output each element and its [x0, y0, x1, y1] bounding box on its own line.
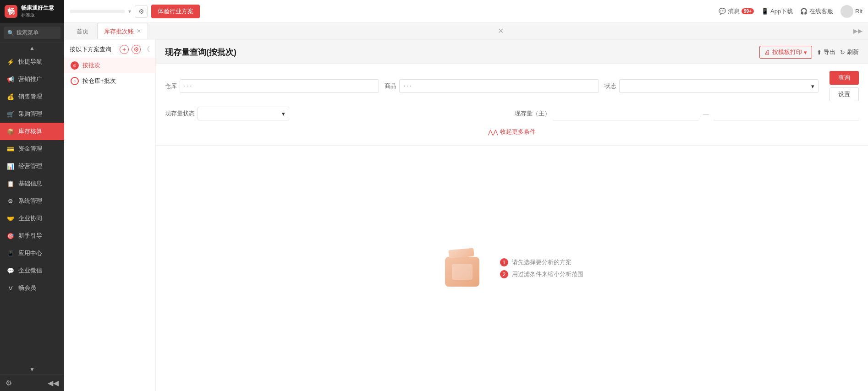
- left-panel-actions: + ⚙ 《: [120, 45, 150, 54]
- stock-status-select[interactable]: ▾: [198, 107, 289, 120]
- status-label: 状态: [604, 82, 616, 90]
- guide-icon: 🎯: [6, 232, 15, 240]
- collapse-up-icon: ⋀⋀: [488, 129, 498, 136]
- hint-text-1: 请先选择要分析的方案: [512, 258, 571, 266]
- sales-icon: 💰: [6, 92, 15, 101]
- trial-btn[interactable]: 体验行业方案: [151, 5, 200, 18]
- settings-button[interactable]: ⚙: [5, 379, 12, 387]
- sidebar: 畅 畅康通好生意 标准版 🔍 搜索菜单 ▲ ⚡ 快捷导航 📢 营销推广 💰 销售…: [0, 0, 64, 391]
- empty-hint-1: 1 请先选择要分析的方案: [500, 258, 583, 266]
- tab-inventory-batch[interactable]: 库存批次账 ✕: [97, 23, 148, 39]
- product-input[interactable]: ···: [399, 79, 599, 93]
- column-settings-button[interactable]: 设置: [830, 87, 859, 101]
- sidebar-item-inventory[interactable]: 📦 库存核算: [0, 123, 64, 140]
- scroll-down-button[interactable]: ▼: [0, 364, 64, 375]
- online-service-button[interactable]: 🎧 在线客服: [800, 7, 833, 16]
- sidebar-item-guide[interactable]: 🎯 新手引导: [0, 227, 64, 244]
- left-panel-header: 按以下方案查询 + ⚙ 《: [64, 45, 155, 58]
- print-button[interactable]: 🖨 按模板打印 ▾: [759, 46, 812, 59]
- stock-qty-separator: —: [701, 110, 711, 117]
- stock-status-dropdown-icon: ▾: [282, 110, 285, 117]
- sidebar-header: 畅 畅康通好生意 标准版: [0, 0, 64, 23]
- page-title: 现存量查询(按批次): [165, 47, 236, 58]
- content-area: 按以下方案查询 + ⚙ 《 ⊙ 按批次 ○ 按仓库+批次 现存量查询(按批次): [64, 39, 868, 391]
- wechat-icon: 💬: [6, 266, 15, 275]
- product-placeholder: ···: [403, 82, 412, 90]
- basic-icon: 📋: [6, 179, 15, 188]
- enterprise-icon: 🤝: [6, 214, 15, 223]
- tab-close-button[interactable]: ✕: [137, 28, 141, 34]
- add-scheme-button[interactable]: +: [120, 45, 129, 54]
- message-icon: 💬: [719, 8, 726, 15]
- export-icon: ⬆: [817, 49, 822, 56]
- tab-home[interactable]: 首页: [70, 23, 95, 39]
- left-panel: 按以下方案查询 + ⚙ 《 ⊙ 按批次 ○ 按仓库+批次: [64, 39, 156, 391]
- sidebar-nav: ⚡ 快捷导航 📢 营销推广 💰 销售管理 🛒 采购管理 📦 库存核算 💳 资金管…: [0, 53, 64, 364]
- sidebar-item-system[interactable]: ⚙ 系统管理: [0, 192, 64, 210]
- breadcrumb: [70, 10, 125, 13]
- app-center-icon: 📱: [6, 249, 15, 257]
- sidebar-item-wechat[interactable]: 💬 企业微信: [0, 262, 64, 279]
- warehouse-label: 仓库: [165, 82, 177, 90]
- warehouse-placeholder: ···: [184, 82, 192, 90]
- topbar: ▾ ⚙ 体验行业方案 💬 消息 99+ 📱 App下载 🎧 在线客服 Rit: [64, 0, 868, 23]
- export-button[interactable]: ⬆ 导出: [817, 48, 835, 56]
- scheme-settings-button[interactable]: ⚙: [132, 45, 141, 54]
- app-download-button[interactable]: 📱 App下载: [761, 7, 793, 16]
- collapse-more-button[interactable]: ⋀⋀ 收起更多条件: [165, 126, 859, 138]
- app-logo: 畅: [5, 5, 17, 18]
- stock-qty-min-input[interactable]: [553, 107, 698, 120]
- sidebar-item-app-center[interactable]: 📱 应用中心: [0, 244, 64, 262]
- sidebar-item-member[interactable]: V 畅会员: [0, 279, 64, 297]
- inventory-icon: 📦: [6, 127, 15, 136]
- product-label: 商品: [385, 82, 396, 90]
- app-title-wrap: 畅康通好生意 标准版: [21, 5, 54, 18]
- tab-panel-expand-button[interactable]: ▶▶: [853, 27, 863, 34]
- tab-panel-close-button[interactable]: ✕: [498, 27, 504, 35]
- filter-row-2: 现存量状态 ▾ 现存量（主） —: [165, 107, 859, 120]
- stock-qty-max-input[interactable]: [714, 107, 859, 120]
- system-icon: ⚙: [6, 197, 15, 205]
- sidebar-item-finance[interactable]: 💳 资金管理: [0, 140, 64, 157]
- app-subtitle: 标准版: [21, 12, 54, 18]
- refresh-button[interactable]: ↻ 刷新: [840, 48, 859, 56]
- sidebar-footer: ⚙ ◀◀: [0, 375, 64, 391]
- status-dropdown-icon: ▾: [811, 83, 814, 90]
- collapse-sidebar-button[interactable]: ◀◀: [48, 379, 59, 387]
- status-select[interactable]: ▾: [619, 79, 819, 93]
- purchase-icon: 🛒: [6, 110, 15, 118]
- quick-nav-icon: ⚡: [6, 58, 15, 66]
- hint-num-2: 2: [500, 270, 508, 278]
- sidebar-item-enterprise[interactable]: 🤝 企业协同: [0, 210, 64, 227]
- settings-gear-button[interactable]: ⚙: [135, 5, 148, 18]
- search-menu-button[interactable]: 🔍 搜索菜单: [4, 27, 60, 39]
- stock-status-label: 现存量状态: [165, 109, 195, 118]
- action-btns: 查询 设置: [824, 71, 859, 101]
- scheme-item-batch[interactable]: ⊙ 按批次: [64, 58, 155, 73]
- sidebar-item-sales[interactable]: 💰 销售管理: [0, 88, 64, 105]
- scheme-item-warehouse-batch[interactable]: ○ 按仓库+批次: [64, 73, 155, 89]
- sidebar-item-purchase[interactable]: 🛒 采购管理: [0, 105, 64, 123]
- sidebar-item-marketing[interactable]: 📢 营销推广: [0, 71, 64, 88]
- scroll-up-button[interactable]: ▲: [0, 43, 64, 53]
- tabbar: 首页 库存批次账 ✕ ✕ ▶▶: [64, 23, 868, 39]
- avatar: [841, 5, 853, 18]
- refresh-icon: ↻: [840, 49, 845, 56]
- query-button[interactable]: 查询: [830, 71, 859, 85]
- right-panel: 现存量查询(按批次) 🖨 按模板打印 ▾ ⬆ 导出 ↻ 刷新: [156, 39, 868, 391]
- message-button[interactable]: 💬 消息 99+: [719, 7, 754, 16]
- main-area: ▾ ⚙ 体验行业方案 💬 消息 99+ 📱 App下载 🎧 在线客服 Rit: [64, 0, 868, 391]
- stock-status-filter-group: 现存量状态 ▾: [165, 107, 509, 120]
- collapse-left-panel-button[interactable]: 《: [143, 45, 150, 54]
- app-download-icon: 📱: [761, 8, 769, 15]
- sidebar-item-operation[interactable]: 📊 经营管理: [0, 157, 64, 175]
- finance-icon: 💳: [6, 145, 15, 153]
- printer-icon: 🖨: [764, 49, 770, 56]
- sidebar-item-basic[interactable]: 📋 基础信息: [0, 175, 64, 192]
- empty-illustration: [440, 245, 486, 291]
- print-dropdown-icon: ▾: [804, 49, 807, 56]
- topbar-right: 💬 消息 99+ 📱 App下载 🎧 在线客服 Rit: [719, 5, 863, 18]
- sidebar-item-quick-nav[interactable]: ⚡ 快捷导航: [0, 53, 64, 71]
- warehouse-input[interactable]: ···: [180, 79, 379, 93]
- user-avatar-area[interactable]: Rit: [841, 5, 863, 18]
